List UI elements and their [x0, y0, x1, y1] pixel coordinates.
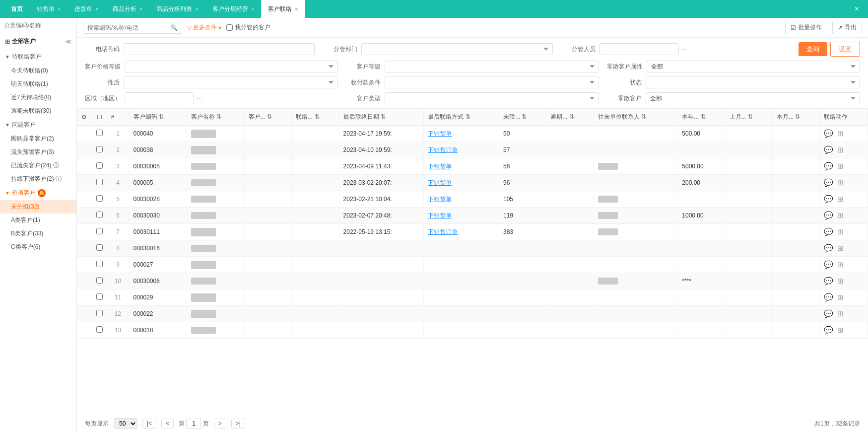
row-checkbox[interactable] [96, 212, 103, 218]
retail-attr-select[interactable]: 全部 [647, 61, 860, 72]
first-page-button[interactable]: |< [142, 419, 156, 429]
phone-action-icon[interactable]: 💬 [824, 260, 833, 269]
page-number-input[interactable] [186, 419, 201, 429]
nav-tab-customer-segment-close[interactable]: × [251, 6, 254, 12]
contact-method-link[interactable]: 下销货单 [428, 196, 452, 203]
gender-select[interactable] [124, 76, 338, 88]
nav-tab-product-list-close[interactable]: × [195, 6, 198, 12]
manager-more-icon[interactable]: ··· [679, 46, 690, 53]
sidebar-item-declining[interactable]: 持续下滑客户(2) ⓘ [0, 172, 76, 186]
nav-tab-purchase-close[interactable]: × [95, 6, 98, 12]
row-checkbox[interactable] [96, 293, 103, 300]
contact-method-link[interactable]: 下销货单 [428, 130, 452, 137]
status-select[interactable] [646, 76, 860, 88]
col-header-this-year[interactable]: 本年... ⇅ [678, 109, 725, 126]
sidebar-item-today-pending[interactable]: 今天待联络(0) [0, 64, 76, 77]
row-checkbox[interactable] [96, 195, 103, 202]
customer-level-select[interactable] [385, 61, 599, 72]
sidebar-collapse-icon[interactable]: ≪ [65, 38, 71, 45]
retail-customer-select[interactable]: 全部 [646, 92, 860, 104]
phone-input[interactable] [124, 43, 315, 55]
nav-tab-product-analysis-close[interactable]: × [139, 6, 142, 12]
grid-action-icon[interactable]: ⊞ [837, 195, 844, 204]
page-size-select[interactable]: 50 [114, 418, 137, 429]
row-checkbox[interactable] [96, 146, 103, 152]
customer-type-select[interactable] [385, 92, 599, 104]
row-checkbox[interactable] [96, 277, 103, 284]
row-checkbox[interactable] [96, 244, 103, 251]
nav-tab-customer-segment[interactable]: 客户分层经营 × [205, 0, 261, 18]
row-checkbox[interactable] [96, 130, 103, 136]
col-header-company-contact[interactable]: 往来单位联系人 ⇅ [594, 109, 678, 126]
nav-home[interactable]: 首页 [4, 0, 30, 18]
sidebar-item-class-b[interactable]: B类客户(33) [0, 227, 76, 240]
batch-operations-button[interactable]: ☑ 批量操作 [785, 21, 827, 34]
grid-action-icon[interactable]: ⊞ [837, 326, 844, 335]
col-header-this-month[interactable]: 本月... ⇅ [773, 109, 820, 126]
phone-action-icon[interactable]: 💬 [824, 244, 833, 253]
sidebar-item-overdue-contact[interactable]: 逾期未联络(30) [0, 104, 76, 118]
col-header-last-method[interactable]: 最后联络方式 ⇅ [424, 109, 499, 126]
col-header-last-date[interactable]: 最后联络日期 ⇅ [339, 109, 424, 126]
my-customers-checkbox[interactable] [226, 24, 233, 31]
phone-action-icon[interactable]: 💬 [824, 309, 833, 318]
filter-search-input[interactable] [87, 24, 170, 31]
grid-action-icon[interactable]: ⊞ [837, 260, 844, 269]
filter-search-icon[interactable]: 🔍 [170, 24, 178, 31]
grid-action-icon[interactable]: ⊞ [837, 227, 844, 236]
nav-tab-customer-contact[interactable]: 客户联络 × [261, 0, 305, 18]
phone-action-icon[interactable]: 💬 [824, 145, 833, 154]
grid-action-icon[interactable]: ⊞ [837, 178, 844, 187]
sidebar-item-abnormal-purchase[interactable]: 囤购异常客户(2) [0, 132, 76, 145]
phone-action-icon[interactable]: 💬 [824, 277, 833, 286]
grid-action-icon[interactable]: ⊞ [837, 277, 844, 286]
nav-tab-customer-contact-close[interactable]: × [295, 6, 298, 12]
next-page-button[interactable]: > [214, 419, 226, 429]
query-button[interactable]: 查询 [799, 42, 827, 56]
last-page-button[interactable]: >| [231, 419, 245, 429]
area-more-icon[interactable]: ··· [194, 95, 205, 102]
row-checkbox[interactable] [96, 326, 103, 333]
dept-select[interactable] [361, 43, 552, 55]
sidebar-item-lost-customers[interactable]: 已流失客户(24) ⓘ [0, 159, 76, 172]
col-header-name[interactable]: 客户名称 ⇅ [187, 109, 244, 126]
row-checkbox[interactable] [96, 310, 103, 316]
grid-action-icon[interactable]: ⊞ [837, 129, 844, 138]
col-header-type[interactable]: 客户... ⇅ [244, 109, 291, 126]
nav-tab-product-analysis[interactable]: 商品分析 × [106, 0, 149, 18]
row-checkbox[interactable] [96, 162, 103, 169]
nav-tab-sales-close[interactable]: × [58, 6, 61, 12]
sidebar-item-7day-pending[interactable]: 近7天待联络(0) [0, 91, 76, 104]
contact-method-link[interactable]: 下销货单 [428, 212, 452, 219]
sidebar-group-problem-customers[interactable]: ▼ 问题客户 [0, 118, 76, 132]
checkbox-column-header[interactable]: ☐ [92, 109, 107, 126]
contact-method-link[interactable]: 下销售订单 [428, 146, 458, 153]
col-header-last-month[interactable]: 上月... ⇅ [725, 109, 772, 126]
sidebar-group-pending-contact[interactable]: ▼ 待联络客户 [0, 50, 76, 64]
sidebar-item-loss-warning[interactable]: 流失预警客户(3) [0, 145, 76, 159]
col-header-overdue[interactable]: 逾期... ⇅ [546, 109, 594, 126]
grid-action-icon[interactable]: ⊞ [837, 162, 844, 171]
phone-action-icon[interactable]: 💬 [824, 326, 833, 335]
manager-input[interactable] [600, 43, 679, 55]
phone-action-icon[interactable]: 💬 [824, 162, 833, 171]
sidebar-group-value-customers[interactable]: ▼ 价值客户 🔔 [0, 186, 76, 200]
prev-page-button[interactable]: < [161, 419, 174, 429]
row-checkbox[interactable] [96, 228, 103, 234]
payment-select[interactable] [385, 76, 599, 88]
contact-method-link[interactable]: 下销售订单 [428, 228, 458, 235]
sidebar-item-class-c[interactable]: C类客户(6) [0, 240, 76, 254]
settings-column-header[interactable]: ⚙ [77, 109, 92, 126]
sidebar-item-ungrouped[interactable]: 未分组(32) [0, 200, 76, 214]
phone-action-icon[interactable]: 💬 [824, 195, 833, 204]
nav-tab-product-list[interactable]: 商品分析列表 × [149, 0, 205, 18]
reset-button[interactable]: 设置 [830, 42, 860, 57]
sidebar-item-tomorrow-pending[interactable]: 明天待联络(1) [0, 77, 76, 91]
sidebar-all-customers-header[interactable]: ⊞ 全部客户 ≪ [0, 33, 76, 50]
sidebar-item-class-a[interactable]: A类客户(1) [0, 214, 76, 227]
contact-method-link[interactable]: 下销货单 [428, 179, 452, 186]
phone-action-icon[interactable]: 💬 [824, 178, 833, 187]
export-button[interactable]: ↗ 导出 [832, 21, 862, 34]
price-level-select[interactable] [125, 61, 338, 72]
phone-action-icon[interactable]: 💬 [824, 293, 833, 302]
